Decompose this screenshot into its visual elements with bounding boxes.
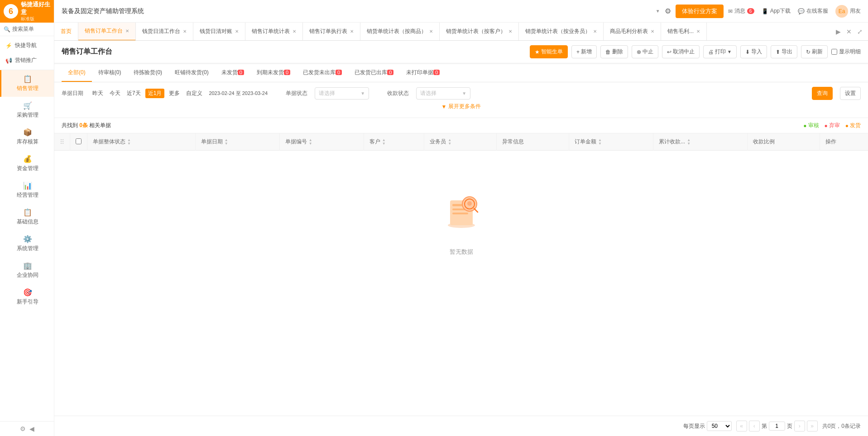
subtab-not-shipped[interactable]: 未发货0 bbox=[215, 64, 250, 82]
next-page-btn[interactable]: › bbox=[794, 421, 805, 431]
tab-close-sales-exec[interactable]: ✕ bbox=[350, 29, 354, 34]
delete-button[interactable]: 🗑 删除 bbox=[600, 45, 628, 58]
sort-status[interactable]: 单据整体状态 ▲▼ bbox=[93, 138, 190, 146]
sidebar-settings-btn[interactable]: ⚙ bbox=[20, 425, 26, 432]
select-all-checkbox[interactable] bbox=[76, 138, 82, 144]
payment-dropdown-icon: ▼ bbox=[462, 91, 466, 96]
tab-close-sales-stat-cust[interactable]: ✕ bbox=[508, 29, 512, 34]
quick-ship[interactable]: ● 发货 bbox=[845, 122, 861, 129]
tab-sales-workbench[interactable]: 销售订单工作台 ✕ bbox=[78, 23, 136, 41]
export-button[interactable]: ⬆ 导出 bbox=[771, 45, 797, 58]
tab-sales-stat-prod[interactable]: 销货单统计表（按商品） ✕ bbox=[360, 23, 440, 41]
tab-scroll-right[interactable]: ▶ bbox=[834, 26, 843, 37]
table-scroll-container[interactable]: ⠿ 单据整体状态 ▲▼ bbox=[54, 133, 868, 151]
show-detail-checkbox-label[interactable]: 显示明细 bbox=[831, 48, 861, 56]
subtab-overdue[interactable]: 到期未发货0 bbox=[250, 64, 297, 82]
sidebar-item-sales[interactable]: 📋 销售管理 bbox=[0, 70, 54, 97]
tab-close-sales-workbench[interactable]: ✕ bbox=[125, 28, 129, 33]
sort-number[interactable]: 单据编号 ▲▼ bbox=[285, 138, 358, 146]
sidebar-item-corp[interactable]: 🏢 企业协同 bbox=[0, 257, 54, 284]
sidebar-item-operation[interactable]: 📊 经营管理 bbox=[0, 177, 54, 204]
sidebar-nav-marketing[interactable]: 📢 营销推广 bbox=[0, 53, 54, 68]
svg-line-7 bbox=[474, 209, 478, 212]
sort-staff[interactable]: 业务员 ▲▼ bbox=[430, 138, 491, 146]
status-filter-select[interactable]: 请选择 ▼ bbox=[315, 87, 369, 100]
tab-cash-reconcile[interactable]: 钱货日清对账 ✕ bbox=[193, 23, 245, 41]
experience-button[interactable]: 体验行业方案 bbox=[676, 5, 724, 18]
payment-filter-select[interactable]: 请选择 ▼ bbox=[416, 87, 470, 100]
tab-sales-stat[interactable]: 销售订单统计表 ✕ bbox=[245, 23, 303, 41]
sidebar-item-guide[interactable]: 🎯 新手引导 bbox=[0, 284, 54, 310]
tab-close-cash-reconcile[interactable]: ✕ bbox=[235, 29, 239, 34]
sidebar-item-system[interactable]: ⚙️ 系统管理 bbox=[0, 230, 54, 257]
tab-sales-exec[interactable]: 销售订单执行表 ✕ bbox=[303, 23, 360, 41]
col-abnormal: 异常信息 bbox=[497, 133, 569, 151]
tab-sales-more[interactable]: 销售毛利... ✕ bbox=[661, 23, 707, 41]
date-option-custom[interactable]: 自定义 bbox=[184, 89, 204, 98]
table-header: ⠿ 单据整体状态 ▲▼ bbox=[54, 133, 868, 151]
sidebar-item-purchase[interactable]: 🛒 采购管理 bbox=[0, 97, 54, 123]
subtab-pending[interactable]: 待审核(0) bbox=[92, 64, 128, 82]
app-download-btn[interactable]: 📱 App下载 bbox=[762, 7, 791, 15]
tab-sales-stat-staff[interactable]: 销货单统计表（按业务员） ✕ bbox=[519, 23, 604, 41]
header-settings-icon[interactable]: ⚙ bbox=[665, 7, 671, 15]
refresh-button[interactable]: ↻ 刷新 bbox=[801, 45, 828, 58]
tab-close-cash-daily[interactable]: ✕ bbox=[183, 29, 187, 34]
expand-more-btn[interactable]: ▼ 展开更多条件 bbox=[441, 103, 481, 110]
date-option-7days[interactable]: 近7天 bbox=[125, 89, 143, 98]
sidebar-item-inventory[interactable]: 📦 库存核算 bbox=[0, 123, 54, 150]
filter-settings-button[interactable]: 设置 bbox=[840, 87, 861, 100]
prev-page-btn[interactable]: ‹ bbox=[749, 421, 760, 431]
last-page-btn[interactable]: » bbox=[807, 421, 818, 431]
sidebar-search[interactable]: 🔍 搜索菜单 bbox=[0, 23, 54, 36]
subtab-all[interactable]: 全部(0) bbox=[62, 64, 92, 82]
page-size-select[interactable]: 20 50 100 200 bbox=[707, 421, 732, 431]
subtab-pending-check[interactable]: 待拣验货(0) bbox=[127, 64, 168, 82]
user-menu[interactable]: Ea 用友 bbox=[835, 5, 861, 18]
quick-unapprove[interactable]: ● 弃审 bbox=[825, 122, 840, 129]
smart-create-button[interactable]: ★ 智能生单 bbox=[530, 45, 568, 58]
date-option-1month[interactable]: 近1月 bbox=[145, 89, 165, 98]
tab-close-sales-stat-prod[interactable]: ✕ bbox=[429, 29, 433, 34]
tab-sales-stat-cust[interactable]: 销货单统计表（按客户） ✕ bbox=[440, 23, 519, 41]
date-option-today[interactable]: 今天 bbox=[108, 89, 122, 98]
date-option-more[interactable]: 更多 bbox=[167, 89, 182, 98]
sort-collected[interactable]: 累计收款... ▲▼ bbox=[659, 138, 742, 146]
page-number-input[interactable] bbox=[769, 422, 785, 431]
tab-close-all[interactable]: ✕ bbox=[844, 26, 854, 37]
subtab-wangpu[interactable]: 旺铺待发货(0) bbox=[168, 64, 215, 82]
tab-cash-daily[interactable]: 钱货日清工作台 ✕ bbox=[136, 23, 193, 41]
col-staff: 业务员 ▲▼ bbox=[424, 133, 497, 151]
tab-close-sales-stat-staff[interactable]: ✕ bbox=[593, 29, 597, 34]
header-dropdown-arrow[interactable]: ▼ bbox=[656, 9, 660, 14]
sort-customer[interactable]: 客户 ▲▼ bbox=[369, 138, 418, 146]
cancel-stop-button[interactable]: ↩ 取消中止 bbox=[662, 45, 700, 58]
date-option-yesterday[interactable]: 昨天 bbox=[91, 89, 105, 98]
sidebar-collapse-btn[interactable]: ◀ bbox=[29, 425, 34, 432]
stop-button[interactable]: ⊗ 中止 bbox=[632, 45, 658, 58]
query-button[interactable]: 查询 bbox=[812, 87, 833, 100]
tab-close-profit[interactable]: ✕ bbox=[651, 29, 654, 34]
tab-home[interactable]: 首页 bbox=[54, 23, 78, 41]
col-checkbox[interactable] bbox=[70, 133, 87, 151]
quick-approve[interactable]: ● 审核 bbox=[803, 122, 819, 129]
tab-close-sales-more[interactable]: ✕ bbox=[696, 29, 700, 34]
new-button[interactable]: + 新增 bbox=[571, 45, 597, 58]
tab-profit[interactable]: 商品毛利分析表 ✕ bbox=[604, 23, 661, 41]
sort-amount[interactable]: 订单金额 ▲▼ bbox=[575, 138, 647, 146]
import-button[interactable]: ⬇ 导入 bbox=[740, 45, 767, 58]
subtab-not-printed[interactable]: 未打印单据0 bbox=[400, 64, 446, 82]
print-button[interactable]: 🖨 打印 ▼ bbox=[703, 45, 737, 58]
show-detail-checkbox[interactable] bbox=[831, 49, 837, 55]
sidebar-item-basic[interactable]: 📋 基础信息 bbox=[0, 204, 54, 230]
tab-close-sales-stat[interactable]: ✕ bbox=[293, 29, 296, 34]
subtab-shipped-out[interactable]: 已发货已出库0 bbox=[348, 64, 400, 82]
sidebar-item-finance[interactable]: 💰 资金管理 bbox=[0, 150, 54, 177]
online-service-btn[interactable]: 💬 在线客服 bbox=[798, 7, 828, 15]
sidebar-nav-quicknav[interactable]: ⚡ 快捷导航 bbox=[0, 38, 54, 53]
first-page-btn[interactable]: « bbox=[736, 421, 747, 431]
tab-maximize[interactable]: ⤢ bbox=[855, 26, 864, 37]
message-btn[interactable]: ✉ 消息 6 bbox=[728, 7, 754, 15]
sort-date[interactable]: 单据日期 ▲▼ bbox=[201, 138, 274, 146]
subtab-shipped-not-out[interactable]: 已发货未出库0 bbox=[297, 64, 348, 82]
